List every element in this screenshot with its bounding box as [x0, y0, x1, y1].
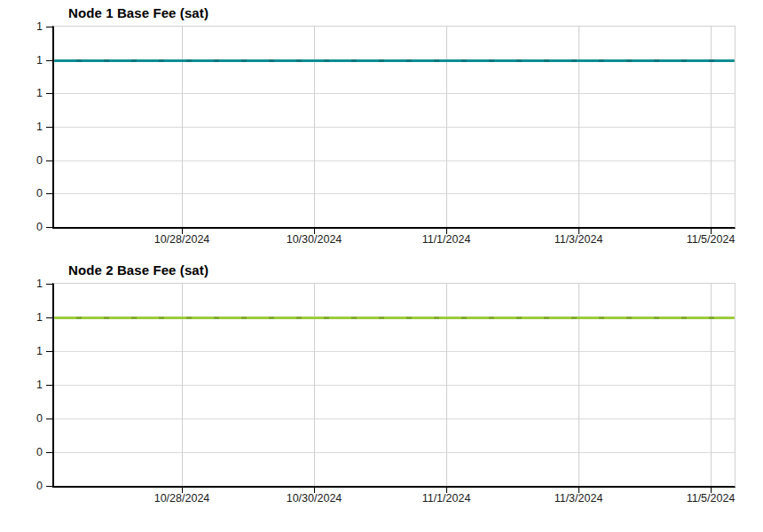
y-tick: [46, 317, 52, 318]
x-tick-label: 11/3/2024: [536, 232, 621, 246]
chart-title: Node 1 Base Fee (sat): [68, 5, 208, 20]
y-tick-label: 1: [0, 276, 43, 292]
y-tick-label: 1: [0, 309, 43, 325]
y-tick: [46, 486, 52, 487]
x-tick-label: 11/5/2024: [668, 491, 753, 505]
x-gridline: [578, 27, 579, 227]
y-tick: [46, 419, 52, 419]
x-gridline: [314, 27, 315, 227]
y-tick: [46, 27, 52, 27]
y-gridline: [54, 127, 735, 128]
series-line: [54, 317, 735, 319]
y-gridline: [54, 351, 735, 352]
y-tick: [46, 227, 52, 228]
x-gridline: [446, 27, 447, 227]
y-tick-label: 1: [0, 52, 43, 68]
y-tick-label: 0: [0, 219, 43, 235]
y-tick: [46, 193, 52, 194]
y-gridline: [54, 93, 735, 94]
x-tick-label: 10/28/2024: [139, 491, 224, 505]
y-gridline: [54, 193, 735, 194]
y-tick-label: 1: [0, 343, 43, 359]
y-tick: [46, 452, 52, 453]
x-tick-label: 11/1/2024: [404, 491, 489, 505]
y-tick: [46, 127, 52, 128]
x-tick-label: 10/28/2024: [139, 232, 224, 246]
y-gridline: [54, 419, 735, 419]
x-gridline: [711, 27, 712, 227]
chart-node-2-base-fee: Node 2 Base Fee (sat) 111100010/28/20241…: [0, 257, 763, 532]
y-tick: [46, 284, 52, 285]
x-gridline: [711, 284, 712, 486]
x-tick-label: 11/3/2024: [536, 491, 621, 505]
y-tick-label: 0: [0, 153, 43, 168]
x-gridline: [446, 284, 447, 486]
x-gridline: [182, 27, 183, 227]
x-tick-label: 11/1/2024: [404, 232, 489, 246]
x-gridline: [182, 284, 183, 486]
plot-area: [52, 26, 735, 229]
y-tick-label: 0: [0, 478, 43, 494]
y-tick: [46, 385, 52, 386]
chart-title: Node 2 Base Fee (sat): [68, 262, 208, 278]
x-gridline: [578, 284, 579, 486]
y-tick-label: 0: [0, 185, 43, 201]
y-tick-label: 0: [0, 444, 43, 460]
y-gridline: [54, 452, 735, 453]
y-tick-label: 1: [0, 19, 43, 35]
y-tick-label: 1: [0, 85, 43, 101]
series-line: [54, 59, 735, 62]
x-gridline: [314, 284, 315, 486]
y-gridline: [54, 385, 735, 386]
y-tick-label: 1: [0, 377, 43, 393]
y-tick: [46, 160, 52, 161]
chart-node-1-base-fee: Node 1 Base Fee (sat) 111100010/28/20241…: [0, 0, 763, 257]
x-tick-label: 11/5/2024: [668, 232, 753, 246]
y-tick: [46, 93, 52, 94]
y-tick-label: 0: [0, 411, 43, 426]
y-tick: [46, 60, 52, 61]
y-tick: [46, 351, 52, 352]
plot-area: [52, 283, 735, 488]
y-gridline: [54, 160, 735, 161]
y-tick-label: 1: [0, 119, 43, 135]
x-tick-label: 10/30/2024: [271, 491, 357, 505]
x-tick-label: 10/30/2024: [271, 232, 357, 246]
